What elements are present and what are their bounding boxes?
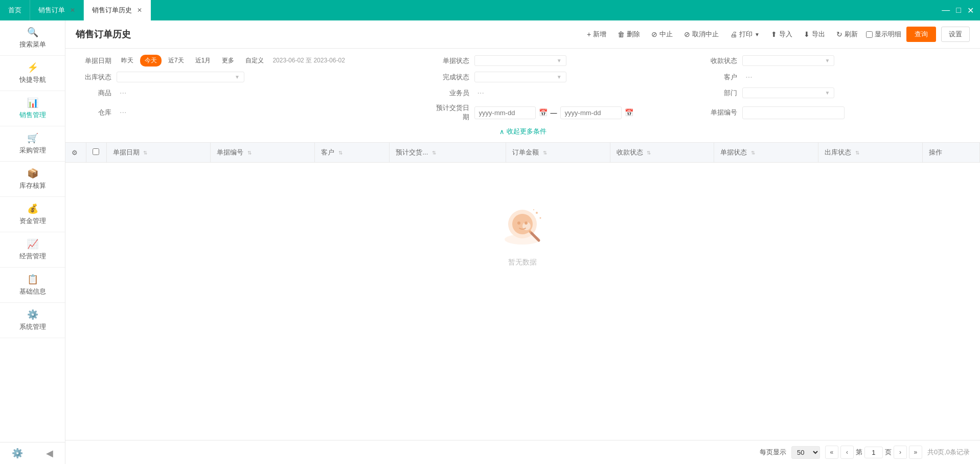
- date-btn-today[interactable]: 今天: [140, 55, 162, 67]
- col-out-status-sort-icon: ⇅: [855, 150, 859, 156]
- complete-status-select[interactable]: ▼: [474, 72, 566, 82]
- sidebar-item-system[interactable]: ⚙️ 系统管理: [0, 303, 65, 338]
- date-btn-7days[interactable]: 近7天: [164, 55, 189, 67]
- order-status-select[interactable]: ▼: [474, 55, 566, 66]
- col-order-no-label: 单据编号: [217, 148, 243, 156]
- calendar-to-icon[interactable]: 📅: [625, 108, 633, 117]
- delivery-date-from-input[interactable]: [474, 106, 536, 119]
- settings-button[interactable]: 设置: [941, 27, 970, 42]
- col-customer-label: 客户: [321, 148, 334, 156]
- date-range-text: 2023-06-02 至 2023-06-02: [272, 56, 345, 65]
- last-page-button[interactable]: »: [909, 446, 922, 459]
- col-date-label: 单据日期: [113, 148, 140, 156]
- top-bar: 首页 销售订单 ✕ 销售订单历史 ✕ — □ ✕: [0, 0, 980, 20]
- collapse-link[interactable]: ∧ 收起更多条件: [76, 127, 970, 136]
- tab-sales-order[interactable]: 销售订单 ✕: [30, 0, 84, 20]
- refresh-button[interactable]: ↻ 刷新: [833, 28, 861, 41]
- delivery-date-to-input[interactable]: [560, 106, 622, 119]
- date-btn-more[interactable]: 更多: [217, 55, 239, 67]
- search-icon: 🔍: [27, 27, 38, 38]
- first-page-button[interactable]: «: [825, 446, 838, 459]
- order-no-label: 单据编号: [701, 108, 742, 117]
- select-all-checkbox[interactable]: [93, 148, 99, 155]
- close-icon[interactable]: ✕: [967, 6, 974, 15]
- page-input[interactable]: [864, 447, 883, 458]
- purchase-icon: 🛒: [27, 132, 38, 144]
- delete-button[interactable]: 🗑 删除: [614, 28, 643, 41]
- sidebar-item-search[interactable]: 🔍 搜索菜单: [0, 20, 65, 56]
- complete-status-arrow-icon: ▼: [557, 74, 562, 80]
- export-icon: ⬇: [804, 30, 810, 38]
- tab-home[interactable]: 首页: [0, 0, 30, 20]
- goods-filter-section: 商品 ···: [76, 89, 434, 98]
- goods-dots-icon[interactable]: ···: [117, 89, 129, 98]
- tab-sales-order-close[interactable]: ✕: [70, 7, 75, 14]
- col-order-status[interactable]: 单据状态 ⇅: [714, 143, 818, 163]
- show-detail-checkbox-area[interactable]: 显示明细: [866, 30, 901, 39]
- date-btn-1month[interactable]: 近1月: [191, 55, 216, 67]
- print-icon: 🖨: [730, 30, 737, 38]
- maximize-icon[interactable]: □: [956, 6, 961, 15]
- page-size-select[interactable]: 20 50 100: [791, 446, 820, 459]
- warehouse-dots-icon[interactable]: ···: [117, 108, 129, 117]
- system-icon: ⚙️: [27, 309, 38, 320]
- calendar-from-icon[interactable]: 📅: [539, 108, 548, 117]
- sidebar-item-basic-info[interactable]: 📋 基础信息: [0, 268, 65, 303]
- order-no-input[interactable]: [742, 106, 845, 119]
- query-button[interactable]: 查询: [906, 27, 936, 42]
- sidebar-item-quicknav[interactable]: ⚡ 快捷导航: [0, 56, 65, 91]
- out-status-select[interactable]: ▼: [117, 72, 244, 82]
- col-order-no[interactable]: 单据编号 ⇅: [211, 143, 315, 163]
- sidebar-item-purchase[interactable]: 🛒 采购管理: [0, 126, 65, 162]
- new-icon: +: [587, 30, 591, 38]
- sidebar-collapse-icon[interactable]: ◀: [46, 448, 53, 459]
- print-button[interactable]: 🖨 打印 ▼: [727, 28, 763, 41]
- tab-sales-order-history-close[interactable]: ✕: [137, 7, 142, 14]
- date-btn-custom[interactable]: 自定义: [241, 55, 268, 67]
- delivery-date-group: 📅 — 📅: [474, 106, 633, 119]
- sidebar-item-basic-info-label: 基础信息: [19, 287, 46, 296]
- empty-state: 暂无数据: [65, 163, 980, 288]
- stop-button[interactable]: ⊘ 中止: [648, 28, 676, 41]
- sidebar-settings-icon[interactable]: ⚙️: [12, 448, 23, 459]
- finance-icon: 💰: [27, 203, 38, 214]
- operations-icon: 📈: [27, 238, 38, 250]
- tab-sales-order-history[interactable]: 销售订单历史 ✕: [84, 0, 151, 20]
- svg-point-8: [536, 212, 538, 214]
- col-out-status[interactable]: 出库状态 ⇅: [818, 143, 923, 163]
- minimize-icon[interactable]: —: [942, 6, 950, 15]
- table-header-row: ⚙ 单据日期 ⇅ 单据编号 ⇅ 客户 ⇅: [65, 143, 980, 163]
- col-customer[interactable]: 客户 ⇅: [314, 143, 390, 163]
- sidebar-item-search-label: 搜索菜单: [19, 40, 46, 49]
- cancel-stop-icon: ⊘: [684, 30, 690, 38]
- export-button[interactable]: ⬇ 导出: [801, 28, 828, 41]
- table-cb-col[interactable]: [86, 143, 106, 163]
- table-settings-col[interactable]: ⚙: [65, 143, 86, 163]
- cancel-stop-button[interactable]: ⊘ 取消中止: [681, 28, 722, 41]
- date-btn-yesterday[interactable]: 昨天: [117, 55, 138, 67]
- sidebar-item-operations[interactable]: 📈 经营管理: [0, 232, 65, 268]
- customer-dots-icon[interactable]: ···: [742, 73, 755, 82]
- sidebar-item-sales[interactable]: 📊 销售管理: [0, 91, 65, 126]
- col-delivery[interactable]: 预计交货... ⇅: [390, 143, 506, 163]
- import-button[interactable]: ⬆ 导入: [768, 28, 795, 41]
- next-page-button[interactable]: ›: [894, 446, 907, 459]
- new-button[interactable]: + 新增: [584, 28, 609, 41]
- receipt-status-select[interactable]: ▼: [742, 55, 834, 66]
- salesperson-control: ···: [474, 89, 702, 98]
- prev-page-button[interactable]: ‹: [840, 446, 854, 459]
- date-control: 昨天 今天 近7天 近1月 更多 自定义 2023-06-02 至 2023-0…: [117, 55, 434, 67]
- col-amount[interactable]: 订单金额 ⇅: [506, 143, 610, 163]
- dept-select[interactable]: ▼: [742, 87, 834, 98]
- sidebar-item-inventory[interactable]: 📦 库存核算: [0, 162, 65, 197]
- salesperson-dots-icon[interactable]: ···: [474, 89, 487, 98]
- quicknav-icon: ⚡: [27, 62, 38, 73]
- show-detail-checkbox[interactable]: [866, 31, 873, 38]
- page-size-label: 每页显示: [760, 448, 786, 457]
- col-receipt-status[interactable]: 收款状态 ⇅: [610, 143, 714, 163]
- col-date[interactable]: 单据日期 ⇅: [106, 143, 211, 163]
- col-delivery-sort-icon: ⇅: [432, 150, 436, 156]
- sidebar-item-finance[interactable]: 💰 资金管理: [0, 197, 65, 232]
- date-label: 单据日期: [76, 56, 117, 65]
- complete-status-filter-section: 完成状态 ▼: [434, 72, 702, 82]
